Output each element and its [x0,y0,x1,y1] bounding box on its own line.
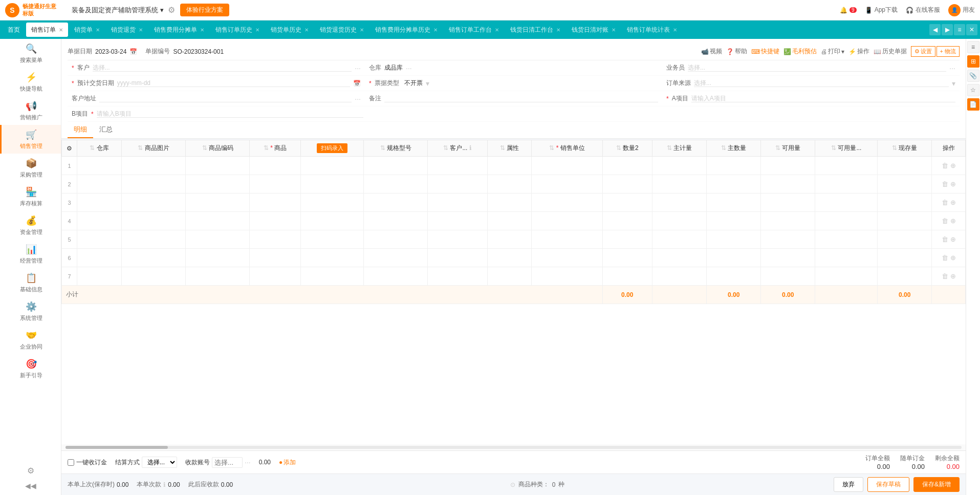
add-material-button[interactable]: + 物流 [937,46,960,57]
col-current-stock[interactable]: ⇅ 现存量 [878,140,932,157]
tab-sales-bill[interactable]: 销货单 ✕ [69,23,105,37]
scrollbar-thumb[interactable] [66,446,168,449]
tab-close-all-button[interactable]: ✕ [966,24,977,35]
right-panel-btn-1[interactable]: ≡ [967,41,979,53]
copy-row-icon[interactable]: ⊕ [950,254,956,262]
right-panel-btn-5[interactable]: 📄 [967,98,979,111]
tab-next-button[interactable]: ▶ [942,24,953,35]
tab-reconcile[interactable]: 钱货日清对账 ✕ [567,23,621,37]
col-scan[interactable]: 扫码录入 [301,140,364,157]
tab-close-icon[interactable]: ✕ [139,27,143,33]
col-warehouse[interactable]: ⇅ 仓库 [77,140,122,157]
tab-close-icon[interactable]: ✕ [556,27,560,33]
col-product[interactable]: ⇅ * 商品 [250,140,301,157]
right-panel-btn-2[interactable]: ⊞ [967,55,979,68]
tab-close-icon[interactable]: ✕ [612,27,616,33]
quick-collect-checkbox[interactable]: 一键收订金 [68,458,107,467]
copy-row-icon[interactable]: ⊕ [950,180,956,188]
sidebar-item-inventory[interactable]: 🏪 库存核算 [0,182,61,211]
payment-method-select[interactable]: 选择... [142,457,177,468]
sidebar-item-search[interactable]: 🔍 搜索菜单 [0,39,61,68]
settings-bottom-icon[interactable]: ⚙ [24,463,38,478]
tab-close-icon[interactable]: ✕ [59,27,63,33]
tab-summary[interactable]: 汇总 [93,122,119,138]
app-download-item[interactable]: 📱 App下载 [865,6,898,14]
tab-close-icon[interactable]: ✕ [495,27,499,33]
copy-row-icon[interactable]: ⊕ [950,217,956,225]
account-dots-icon[interactable]: ··· [245,458,251,466]
col-qty2[interactable]: ⇅ 数量2 [602,140,652,157]
gear-icon[interactable]: ⚙ [168,6,175,14]
copy-row-icon[interactable]: ⊕ [950,235,956,243]
col-spec[interactable]: ⇅ 规格型号 [364,140,428,157]
profit-button[interactable]: 💹 毛利预估 [783,47,817,56]
delete-row-icon[interactable]: 🗑 [942,254,948,262]
col-available2[interactable]: ⇅ 可用量... [815,140,878,157]
order-source-dropdown-icon[interactable]: ▾ [952,79,955,88]
tab-sales-order[interactable]: 销售订单 ✕ [26,23,68,37]
delete-row-icon[interactable]: 🗑 [942,217,948,225]
calendar-icon[interactable]: 📅 [129,48,137,55]
delete-row-icon[interactable]: 🗑 [942,272,948,280]
tab-home[interactable]: 首页 [3,23,25,37]
user-item[interactable]: 👤 用友 [948,4,975,16]
sidebar-item-purchase[interactable]: 📦 采购管理 [0,154,61,182]
copy-row-icon[interactable]: ⊕ [950,162,956,169]
scrollbar-track[interactable] [66,446,962,449]
col-product-image[interactable]: ⇅ 商品图片 [121,140,185,157]
tab-daily-workbench[interactable]: 钱货日清工作台 ✕ [505,23,565,37]
copy-row-icon[interactable]: ⊕ [950,272,956,280]
shortcut-button[interactable]: ⌨ 快捷键 [751,47,779,56]
col-customer-code[interactable]: ⇅ 客户... ℹ [428,140,487,157]
address-dots-icon[interactable]: ··· [355,95,361,103]
order-source-input[interactable] [694,79,949,87]
tab-expense-split[interactable]: 销售费用分摊单 ✕ [149,23,209,37]
staff-input[interactable] [688,64,946,72]
sidebar-item-finance[interactable]: 💰 资金管理 [0,211,61,240]
scan-button[interactable]: 扫码录入 [317,143,347,153]
delete-row-icon[interactable]: 🗑 [942,180,948,188]
tab-order-workbench[interactable]: 销售订单工作台 ✕ [444,23,504,37]
sidebar-item-base[interactable]: 📋 基础信息 [0,268,61,297]
tab-close-icon[interactable]: ✕ [433,27,438,33]
delivery-input[interactable] [117,79,350,87]
delete-row-icon[interactable]: 🗑 [942,235,948,243]
help-button[interactable]: ❓ 帮助 [726,47,747,56]
sidebar-item-system[interactable]: ⚙️ 系统管理 [0,297,61,326]
sidebar-item-operations[interactable]: 📊 经营管理 [0,240,61,268]
print-button[interactable]: 🖨 打印 ▾ [821,47,844,56]
discard-button[interactable]: 放弃 [834,477,863,492]
tab-expense-history[interactable]: 销售费用分摊单历史 ✕ [370,23,443,37]
note-input[interactable] [384,95,658,102]
sidebar-item-marketing[interactable]: 📢 营销推广 [0,96,61,125]
account-input[interactable] [212,457,243,468]
tab-detail[interactable]: 明细 [68,122,93,138]
project-b-input[interactable] [97,110,364,118]
system-name[interactable]: 装备及固定资产辅助管理系统 ▾ [72,6,164,15]
staff-dots-icon[interactable]: ··· [949,64,955,72]
address-input[interactable] [99,95,352,102]
customer-input[interactable] [93,64,352,72]
save-new-button[interactable]: 保存&新增 [913,477,960,492]
history-button[interactable]: 📖 历史单据 [874,47,907,56]
tab-close-icon[interactable]: ✕ [304,27,309,33]
tab-bill-history[interactable]: 销货单历史 ✕ [266,23,314,37]
sidebar-item-cooperation[interactable]: 🤝 企业协同 [0,326,61,354]
project-a-input[interactable] [691,95,955,102]
operation-button[interactable]: ⚡ 操作 [848,47,869,56]
tab-close-icon[interactable]: ✕ [200,27,204,33]
sidebar-item-quicknav[interactable]: ⚡ 快捷导航 [0,68,61,96]
col-main-unit[interactable]: ⇅ 主计量 [652,140,707,157]
customer-dots-icon[interactable]: ··· [355,64,361,72]
col-product-code[interactable]: ⇅ 商品编码 [186,140,250,157]
tab-close-icon[interactable]: ✕ [255,27,259,33]
solution-button[interactable]: 体验行业方案 [180,4,229,16]
tab-return-history[interactable]: 销货退货历史 ✕ [315,23,369,37]
right-panel-btn-3[interactable]: 📎 [967,70,979,82]
settings-button[interactable]: ⚙ 设置 [911,46,935,57]
tab-stats[interactable]: 销售订单统计表 ✕ [622,23,682,37]
tab-menu-button[interactable]: ≡ [954,24,965,35]
delete-row-icon[interactable]: 🗑 [942,162,948,169]
sidebar-collapse-button[interactable]: ◀◀ [25,482,36,490]
tab-close-icon[interactable]: ✕ [360,27,364,33]
